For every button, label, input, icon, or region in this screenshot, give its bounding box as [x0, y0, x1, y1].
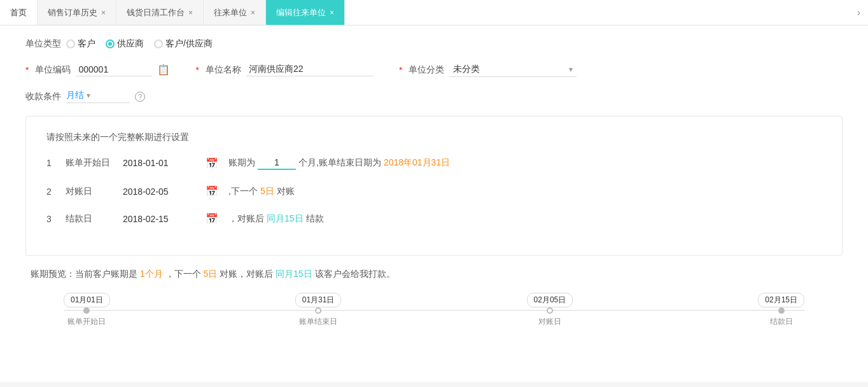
- unit-name-required: *: [195, 65, 199, 75]
- unit-code-input[interactable]: [76, 63, 152, 76]
- radio-customer-label: 客户: [78, 38, 95, 50]
- timeline: 01月01日 账单开始日 01月31日 账单结束日 02月05日 对账日 02月…: [51, 293, 817, 327]
- step-1-date: 2018-01-01: [123, 158, 206, 168]
- timeline-node-start: 01月01日 账单开始日: [64, 293, 110, 327]
- unit-type-label: 单位类型: [25, 38, 61, 50]
- tab-cash-work[interactable]: 钱货日清工作台 ×: [116, 0, 204, 25]
- step-2-row: 2 对账日 2018-02-05 📅 ,下一个 5日 对账: [46, 185, 822, 197]
- unit-type-radios: 客户 供应商 客户/供应商: [66, 38, 213, 50]
- unit-category-label: 单位分类: [409, 64, 444, 76]
- radio-supplier-label: 供应商: [117, 38, 144, 50]
- billing-panel: 请按照未来的一个完整帐期进行设置 1 账单开始日 2018-01-01 📅 账期…: [25, 116, 843, 256]
- payment-row: 收款条件 月结 ▾ ?: [25, 90, 843, 103]
- step-2-desc-suffix: 对账: [277, 186, 295, 197]
- timeline-container: 01月01日 账单开始日 01月31日 账单结束日 02月05日 对账日 02月…: [25, 293, 843, 327]
- step-2-date: 2018-02-05: [123, 186, 206, 197]
- step-2-desc: ,下一个 5日 对账: [228, 186, 295, 197]
- step-1-num: 1: [46, 158, 66, 168]
- unit-code-label: 单位编码: [35, 64, 71, 76]
- step-3-date: 2018-02-15: [123, 214, 206, 224]
- step-1-desc: 账期为 个月,账单结束日期为 2018年01月31日: [228, 156, 450, 170]
- tab-more-button[interactable]: ›: [850, 0, 868, 25]
- timeline-badge-0: 01月01日: [64, 293, 110, 307]
- step-3-desc-prefix: ，对账后: [228, 213, 264, 225]
- timeline-dot-0: [83, 307, 90, 314]
- timeline-dot-3: [778, 307, 785, 314]
- timeline-sublabel-1: 账单结束日: [299, 316, 337, 327]
- step-3-row: 3 结款日 2018-02-15 📅 ，对账后 同月15日 结款: [46, 213, 822, 225]
- tab-home[interactable]: 首页: [0, 0, 38, 25]
- unit-name-input[interactable]: [246, 63, 374, 76]
- billing-period-input[interactable]: [258, 156, 296, 170]
- radio-both-label: 客户/供应商: [165, 38, 213, 50]
- step-1-label: 账单开始日: [66, 157, 123, 169]
- unit-code-required: *: [25, 65, 29, 75]
- timeline-items: 01月01日 账单开始日 01月31日 账单结束日 02月05日 对账日 02月…: [64, 293, 804, 327]
- unit-category-value: 未分类: [453, 64, 566, 75]
- payment-help-icon[interactable]: ?: [135, 92, 145, 102]
- radio-customer[interactable]: 客户: [66, 38, 95, 50]
- timeline-node-1: 01月31日 账单结束日: [295, 293, 342, 327]
- close-tab-edit-partner[interactable]: ×: [330, 8, 334, 17]
- unit-category-arrow: ▾: [569, 65, 573, 74]
- preview-mid2: 对账，对账后: [220, 269, 273, 279]
- timeline-sublabel-0: 账单开始日: [67, 316, 106, 327]
- tab-partners[interactable]: 往来单位 ×: [204, 0, 266, 25]
- payment-condition-group: 收款条件 月结 ▾ ?: [25, 90, 145, 103]
- unit-category-select[interactable]: 未分类 ▾: [449, 62, 577, 77]
- step-2-num: 2: [46, 186, 66, 197]
- tab-edit-partner[interactable]: 编辑往来单位 ×: [266, 0, 345, 25]
- payment-condition-value: 月结: [66, 90, 84, 101]
- step-2-label: 对账日: [66, 186, 123, 197]
- close-tab-sales[interactable]: ×: [101, 8, 106, 17]
- preview-part3: 同月15日: [276, 269, 312, 279]
- preview-part1: 1个月: [140, 269, 163, 279]
- timeline-badge-1: 01月31日: [295, 293, 342, 307]
- preview-end: 该客户会给我打款。: [315, 269, 395, 279]
- timeline-sublabel-3: 结款日: [770, 316, 793, 327]
- unit-type-group: 单位类型 客户 供应商 客户/供应商: [25, 38, 213, 50]
- unit-name-group: * 单位名称: [195, 63, 373, 76]
- step-3-teal: 同月15日: [267, 213, 304, 225]
- tab-sales-history[interactable]: 销售订单历史 ×: [38, 0, 116, 25]
- unit-name-label: 单位名称: [206, 64, 241, 76]
- copy-icon[interactable]: 📋: [157, 64, 170, 76]
- step-3-desc: ，对账后 同月15日 结款: [228, 213, 324, 225]
- step-1-desc-prefix: 账期为: [228, 157, 255, 169]
- preview-label: 账期预览：当前客户账期是: [31, 269, 137, 279]
- payment-condition-dropdown[interactable]: 月结 ▾: [66, 90, 130, 103]
- timeline-dot-1: [315, 307, 321, 314]
- step-1-end-date: 2018年01月31日: [384, 157, 450, 169]
- preview-part2: 5日: [203, 269, 217, 279]
- timeline-badge-2: 02月05日: [527, 293, 573, 307]
- step-3-num: 3: [46, 214, 66, 224]
- tab-bar: 首页 销售订单历史 × 钱货日清工作台 × 往来单位 × 编辑往来单位 × ›: [0, 0, 868, 25]
- radio-circle-customer: [66, 39, 75, 48]
- step-1-desc-suffix: 个月,账单结束日期为: [298, 157, 381, 169]
- payment-dropdown-arrow: ▾: [87, 91, 90, 100]
- radio-both[interactable]: 客户/供应商: [154, 38, 213, 50]
- radio-supplier[interactable]: 供应商: [106, 38, 144, 50]
- radio-circle-supplier: [106, 39, 115, 48]
- timeline-sublabel-2: 对账日: [538, 316, 561, 327]
- radio-circle-both: [154, 39, 163, 48]
- preview-mid1: ，下一个: [165, 269, 201, 279]
- payment-condition-label: 收款条件: [25, 91, 61, 102]
- step-2-cal-icon[interactable]: 📅: [206, 185, 218, 197]
- step-3-desc-suffix: 结款: [306, 213, 324, 225]
- step-1-cal-icon[interactable]: 📅: [206, 157, 218, 169]
- unit-code-group: * 单位编码 📋: [25, 63, 170, 76]
- unit-info-row: * 单位编码 📋 * 单位名称 * 单位分类 未分类 ▾: [25, 62, 843, 77]
- panel-hint: 请按照未来的一个完整帐期进行设置: [46, 132, 822, 143]
- timeline-badge-3: 02月15日: [758, 293, 804, 307]
- close-tab-partners[interactable]: ×: [251, 8, 255, 17]
- step-1-row: 1 账单开始日 2018-01-01 📅 账期为 个月,账单结束日期为 2018…: [46, 156, 822, 170]
- step-3-label: 结款日: [66, 213, 123, 225]
- step-3-cal-icon[interactable]: 📅: [206, 213, 218, 225]
- unit-category-group: * 单位分类 未分类 ▾: [399, 62, 577, 77]
- step-2-desc-prefix: ,下一个: [228, 186, 258, 197]
- unit-cat-required: *: [399, 65, 402, 75]
- timeline-dot-2: [547, 307, 553, 314]
- main-content: 单位类型 客户 供应商 客户/供应商 * 单位编码: [0, 25, 868, 382]
- close-tab-cash[interactable]: ×: [188, 8, 193, 17]
